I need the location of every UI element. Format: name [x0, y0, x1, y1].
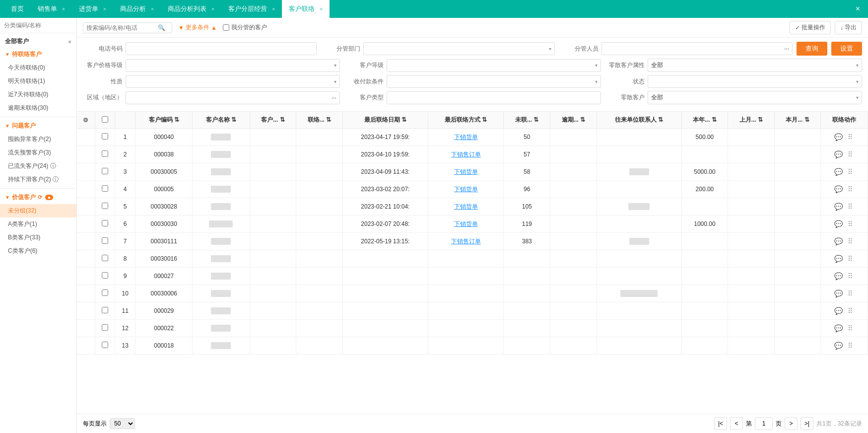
retail-customer-select[interactable]: 全部 ▾ [648, 91, 862, 104]
row-checkbox[interactable] [102, 342, 108, 348]
manager-input[interactable]: ··· [601, 42, 793, 55]
message-icon[interactable]: 💬 [833, 323, 843, 333]
more-icon[interactable]: ⠿ [845, 323, 855, 333]
sidebar-search-input[interactable] [4, 22, 77, 29]
row-checkbox[interactable] [102, 272, 108, 279]
more-icon[interactable]: ⠿ [845, 219, 855, 229]
message-icon[interactable]: 💬 [833, 236, 843, 246]
sidebar-item-tomorrow-pending[interactable]: 明天待联络(1) [0, 74, 76, 88]
last-type-link[interactable]: 下销售订单 [451, 151, 481, 158]
nature-select[interactable]: ▾ [126, 75, 340, 88]
close-sales-icon[interactable]: × [62, 6, 65, 12]
th-contact[interactable]: 联络... ⇅ [296, 112, 343, 129]
sidebar-item-churned[interactable]: 已流失客户(24) ⓘ [0, 159, 76, 173]
close-purchase-icon[interactable]: × [103, 6, 106, 12]
close-product-analysis-icon[interactable]: × [151, 6, 154, 12]
last-type-link[interactable]: 下销售订单 [451, 238, 481, 245]
more-icon[interactable]: ⠿ [845, 271, 855, 281]
row-checkbox[interactable] [102, 168, 108, 174]
nav-product-analysis-list[interactable]: 商品分析列表 × [161, 0, 221, 18]
close-product-analysis-list-icon[interactable]: × [211, 6, 214, 12]
close-customer-segment-icon[interactable]: × [272, 6, 275, 12]
th-settings[interactable]: ⚙ [77, 112, 95, 129]
more-icon[interactable]: ⠿ [845, 167, 855, 177]
first-page-btn[interactable]: |< [714, 417, 727, 430]
row-checkbox[interactable] [102, 307, 108, 313]
message-icon[interactable]: 💬 [833, 202, 843, 212]
pending-contact-group[interactable]: ▼ 待联络客户 [0, 48, 76, 61]
payment-select[interactable]: ▾ [387, 75, 601, 88]
th-overdue[interactable]: 逾期... ⇅ [550, 112, 597, 129]
more-icon[interactable]: ⠿ [845, 289, 855, 298]
row-checkbox[interactable] [102, 150, 108, 157]
more-icon[interactable]: ⠿ [845, 341, 855, 351]
next-page-btn[interactable]: > [785, 417, 798, 430]
row-checkbox[interactable] [102, 203, 108, 209]
row-checkbox[interactable] [102, 255, 108, 261]
sidebar-item-7day-pending[interactable]: 近7天待联络(0) [0, 88, 76, 101]
th-last-month[interactable]: 上月... ⇅ [728, 112, 775, 129]
row-checkbox[interactable] [102, 289, 108, 296]
prev-page-btn[interactable]: < [730, 417, 743, 430]
page-number-input[interactable] [755, 417, 773, 430]
more-icon[interactable]: ⠿ [845, 149, 855, 159]
sidebar-item-ungrouped[interactable]: 未分组(32) [0, 204, 76, 217]
select-all-checkbox[interactable] [102, 116, 108, 123]
message-icon[interactable]: 💬 [833, 306, 843, 316]
price-level-select[interactable]: ▾ [126, 59, 340, 72]
my-customers-check[interactable] [223, 24, 229, 31]
message-icon[interactable]: 💬 [833, 254, 843, 264]
reset-button[interactable]: 设置 [831, 42, 862, 56]
nav-customer-contact[interactable]: 客户联络 × [282, 0, 330, 18]
th-this-year[interactable]: 本年... ⇅ [681, 112, 728, 129]
last-type-link[interactable]: 下销货单 [454, 186, 478, 193]
export-btn[interactable]: ↓ 导出 [835, 21, 862, 34]
more-icon[interactable]: ⠿ [845, 184, 855, 194]
message-icon[interactable]: 💬 [833, 167, 843, 177]
nav-customer-segment[interactable]: 客户分层经营 × [221, 0, 282, 18]
more-icon[interactable]: ⠿ [845, 132, 855, 142]
th-category[interactable]: 客户... ⇅ [250, 112, 296, 129]
status-select[interactable]: ▾ [648, 75, 862, 88]
customer-level-select[interactable]: ▾ [387, 59, 601, 72]
nav-home[interactable]: 首页 [4, 0, 31, 18]
message-icon[interactable]: 💬 [833, 184, 843, 194]
last-type-link[interactable]: 下销货单 [454, 220, 478, 227]
sidebar-item-class-c[interactable]: C类客户(6) [0, 244, 76, 258]
th-this-month[interactable]: 本月... ⇅ [774, 112, 821, 129]
dept-select[interactable]: ▾ [363, 42, 554, 55]
more-icon[interactable]: ⠿ [845, 236, 855, 246]
nav-product-analysis[interactable]: 商品分析 × [113, 0, 161, 18]
more-icon[interactable]: ⠿ [845, 306, 855, 316]
last-page-btn[interactable]: >| [801, 417, 813, 430]
th-last-type[interactable]: 最后联络方式 ⇅ [428, 112, 504, 129]
batch-operations-btn[interactable]: ✓ 批量操作 [790, 21, 831, 34]
nav-sales[interactable]: 销售单 × [31, 0, 72, 18]
row-checkbox[interactable] [102, 324, 108, 331]
region-input[interactable]: ··· [126, 91, 340, 104]
value-refresh-icon[interactable]: ⟳ [38, 194, 42, 201]
sidebar-item-overdue-pending[interactable]: 逾期未联络(30) [0, 101, 76, 115]
th-name[interactable]: 客户名称 ⇅ [193, 112, 250, 129]
message-icon[interactable]: 💬 [833, 289, 843, 298]
more-conditions-btn[interactable]: ▼ 更多条件 ▲ [178, 23, 217, 32]
phone-input[interactable] [126, 42, 317, 55]
sidebar-item-class-a[interactable]: A类客户(1) [0, 217, 76, 231]
retail-attr-select[interactable]: 全部 ▾ [648, 59, 862, 72]
sidebar-item-churn-warning[interactable]: 流失预警客户(3) [0, 146, 76, 159]
row-checkbox[interactable] [102, 220, 108, 226]
more-icon[interactable]: ⠿ [845, 254, 855, 264]
settings-icon[interactable]: ⚙ [83, 117, 88, 124]
th-code[interactable]: 客户编码 ⇅ [135, 112, 193, 129]
last-type-link[interactable]: 下销货单 [454, 203, 478, 210]
more-icon[interactable]: ⠿ [845, 202, 855, 212]
th-not-contacted[interactable]: 未联... ⇅ [504, 112, 550, 129]
sidebar-item-declining[interactable]: 持续下滑客户(2) ⓘ [0, 173, 76, 186]
query-button[interactable]: 查询 [797, 42, 827, 56]
close-customer-contact-icon[interactable]: × [320, 6, 323, 12]
last-type-link[interactable]: 下销货单 [454, 168, 478, 175]
message-icon[interactable]: 💬 [833, 219, 843, 229]
nav-purchase[interactable]: 进货单 × [72, 0, 113, 18]
search-button-icon[interactable]: 🔍 [158, 24, 165, 31]
sidebar-item-today-pending[interactable]: 今天待联络(0) [0, 61, 76, 74]
